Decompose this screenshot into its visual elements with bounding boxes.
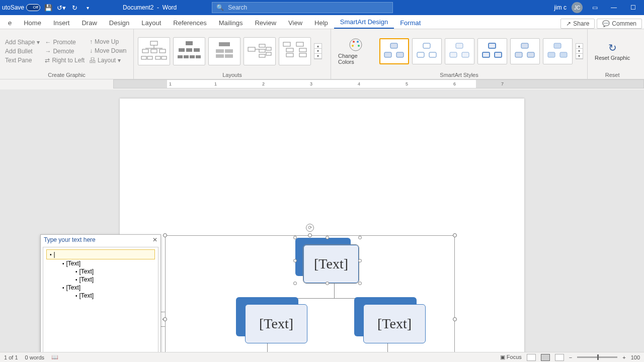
spell-check-icon[interactable]: 📖	[51, 354, 58, 360]
node-handle[interactable]	[358, 236, 362, 239]
reset-graphic-button[interactable]: ↻ Reset Graphic	[592, 41, 633, 62]
textpane-list[interactable]: •|•[Text]•[Text]•[Text]•[Text]•[Text]	[43, 247, 158, 352]
save-icon[interactable]: 💾	[43, 3, 53, 13]
node-handle[interactable]	[326, 282, 329, 285]
user-avatar[interactable]: JC	[572, 2, 583, 13]
tab-smartart-design[interactable]: SmartArt Design	[334, 16, 394, 29]
frame-handle[interactable]	[163, 317, 167, 321]
tab-mailings[interactable]: Mailings	[213, 17, 249, 29]
tab-review[interactable]: Review	[249, 17, 282, 29]
connector	[267, 342, 268, 352]
comments-button[interactable]: 💬Commen	[597, 19, 642, 29]
textpane-item[interactable]: •[Text]	[46, 292, 155, 300]
view-read-button[interactable]	[527, 354, 536, 361]
style-option-2[interactable]	[412, 38, 442, 64]
text-pane-button[interactable]: Text Pane	[4, 56, 41, 64]
svg-rect-28	[266, 47, 271, 50]
tab-format[interactable]: Format	[394, 17, 427, 29]
node-handle[interactable]	[358, 259, 362, 262]
smartart-node[interactable]: [Text]	[236, 297, 308, 343]
textpane-close-button[interactable]: ✕	[152, 236, 157, 243]
svg-rect-15	[184, 55, 189, 58]
layout-option-4[interactable]	[244, 37, 276, 65]
rtl-button[interactable]: ⇄Right to Left	[44, 56, 86, 64]
textpane-item[interactable]: •|	[46, 249, 155, 259]
frame-handle[interactable]	[163, 233, 167, 237]
svg-rect-5	[159, 49, 166, 53]
svg-rect-18	[219, 42, 230, 46]
node-handle[interactable]	[358, 282, 362, 285]
comment-icon: 💬	[602, 20, 610, 27]
node-handle[interactable]	[293, 259, 297, 262]
tab-insert[interactable]: Insert	[47, 17, 76, 29]
layout-option-1[interactable]	[138, 37, 170, 65]
layout-option-2[interactable]	[173, 37, 205, 65]
connector	[334, 283, 335, 298]
zoom-out-button[interactable]: −	[569, 354, 572, 360]
tab-view[interactable]: View	[282, 17, 308, 29]
ribbon-mode-icon[interactable]: ▭	[588, 4, 602, 11]
promote-button[interactable]: ←Promote	[44, 38, 86, 46]
node-handle[interactable]	[293, 236, 297, 239]
share-button[interactable]: ↗Share	[560, 19, 595, 29]
autosave-toggle[interactable]: utoSave Off	[2, 4, 40, 11]
layout-button[interactable]: 品Layout ▾	[89, 56, 127, 65]
tab-file[interactable]: e	[2, 17, 18, 29]
textpane-item[interactable]: •[Text]	[46, 284, 155, 292]
frame-handle[interactable]	[453, 317, 457, 321]
style-option-3[interactable]	[445, 38, 474, 64]
smartart-frame[interactable]: ⟳ ‹ [Text]	[165, 235, 455, 352]
layout-option-5[interactable]	[279, 37, 311, 65]
smartart-node[interactable]: [Text]	[354, 297, 427, 343]
horizontal-ruler[interactable]: 1 1 2 3 4 5 6 7	[113, 79, 644, 88]
style-option-6[interactable]	[543, 38, 573, 64]
tab-home[interactable]: Home	[18, 17, 47, 29]
style-option-5[interactable]	[510, 38, 540, 64]
zoom-in-button[interactable]: +	[622, 354, 625, 360]
node-handle[interactable]	[326, 236, 329, 239]
layout-option-3[interactable]	[208, 37, 240, 65]
add-bullet-button[interactable]: Add Bullet	[4, 47, 41, 55]
focus-mode-button[interactable]: ▣ Focus	[500, 354, 522, 360]
move-up-button[interactable]: ↑Move Up	[89, 38, 127, 46]
tab-help[interactable]: Help	[308, 17, 334, 29]
qat-more-icon[interactable]: ▾	[83, 3, 93, 13]
node-handle[interactable]	[293, 282, 297, 285]
layouts-scroll[interactable]: ▴▾▾	[314, 43, 322, 59]
rotate-handle[interactable]: ⟳	[306, 224, 314, 232]
change-colors-button[interactable]: Change Colors	[335, 37, 376, 66]
style-option-4[interactable]	[477, 38, 507, 64]
zoom-slider[interactable]	[577, 356, 617, 358]
smartart-node-root[interactable]: [Text]	[295, 238, 360, 283]
undo-icon[interactable]: ↺▾	[56, 3, 66, 13]
svg-rect-43	[396, 52, 404, 57]
search-icon: 🔍	[216, 4, 224, 11]
textpane-item[interactable]: •[Text]	[46, 259, 155, 267]
styles-scroll[interactable]: ▴▾▾	[576, 43, 583, 59]
status-page[interactable]: 1 of 1	[4, 354, 18, 360]
textpane-item[interactable]: •[Text]	[46, 276, 155, 284]
frame-handle[interactable]	[308, 233, 312, 237]
svg-rect-55	[527, 52, 534, 57]
ribbon: Add Shape ▾ Add Bullet Text Pane ←Promot…	[0, 29, 644, 79]
textpane-item[interactable]: •[Text]	[46, 267, 155, 276]
autosave-switch[interactable]: Off	[26, 4, 40, 11]
add-shape-button[interactable]: Add Shape ▾	[4, 38, 41, 46]
style-option-1[interactable]	[379, 38, 409, 64]
view-web-button[interactable]	[555, 354, 564, 361]
minimize-button[interactable]: —	[607, 4, 621, 11]
text-pane[interactable]: Type your text here ✕ •|•[Text]•[Text]•[…	[40, 234, 161, 352]
tab-references[interactable]: References	[167, 17, 212, 29]
tab-layout[interactable]: Layout	[135, 17, 167, 29]
demote-button[interactable]: →Demote	[44, 47, 86, 55]
view-print-button[interactable]	[541, 354, 550, 361]
tab-design[interactable]: Design	[103, 17, 135, 29]
zoom-level[interactable]: 100	[631, 354, 640, 360]
status-words[interactable]: 0 words	[25, 354, 45, 360]
maximize-button[interactable]: ☐	[626, 4, 640, 11]
redo-icon[interactable]: ↻	[69, 3, 79, 13]
move-down-button[interactable]: ↓Move Down	[89, 47, 127, 55]
frame-handle[interactable]	[453, 233, 457, 237]
tab-draw[interactable]: Draw	[75, 17, 103, 29]
search-box[interactable]: 🔍 Search	[212, 2, 393, 13]
